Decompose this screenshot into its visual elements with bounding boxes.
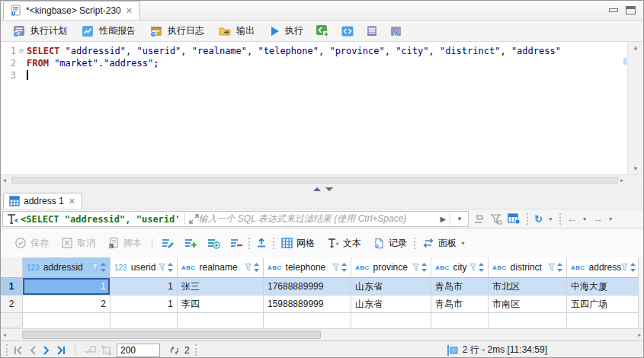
next-page-icon[interactable] (42, 346, 51, 355)
grid-header-telephone[interactable]: ABCtelephone (264, 257, 351, 278)
grid-header-userid[interactable]: 123userid (111, 257, 178, 278)
column-filter-sort-icons[interactable] (412, 263, 427, 272)
column-filter-sort-icons[interactable] (548, 263, 562, 272)
grid-cell-address-row1[interactable]: 中海大厦 (567, 278, 639, 296)
grid-cell-realname-row2[interactable]: 李四 (178, 296, 264, 313)
grid-header-distrinct[interactable]: ABCdistrinct (489, 257, 567, 278)
add-row-button[interactable] (179, 234, 202, 252)
empty-cell[interactable] (351, 313, 431, 328)
sql-line[interactable]: 1⊖SELECT "addressid", "userid", "realnam… (1, 45, 643, 57)
duplicate-row-button[interactable] (202, 234, 225, 252)
sash-collapse-up-icon[interactable] (313, 187, 321, 191)
panel-sash[interactable] (1, 185, 643, 193)
auto-refresh-icon[interactable] (169, 345, 180, 356)
close-editor-tab-icon[interactable]: ✕ (125, 6, 133, 16)
column-filter-sort-icons[interactable] (245, 263, 259, 272)
scroll-left-icon[interactable]: ◂ (3, 175, 6, 185)
delete-row-button[interactable] (225, 234, 248, 252)
grid-cell-city-row2[interactable]: 青岛市 (431, 296, 489, 313)
grid-corner-cell[interactable] (1, 257, 23, 278)
grid-cell-distrinct-row2[interactable]: 市南区 (489, 296, 567, 313)
grid-cell-province-row2[interactable]: 山东省 (351, 296, 431, 313)
grid-cell-addressid-row2[interactable]: 2 (23, 296, 111, 313)
grid-cell-distrinct-row1[interactable]: 市北区 (489, 278, 567, 296)
column-filter-sort-icons[interactable] (159, 263, 173, 272)
first-page-icon[interactable] (13, 346, 24, 355)
grid-cell-telephone-row2[interactable]: 15988889999 (264, 296, 351, 313)
empty-cell[interactable] (178, 313, 264, 328)
scroll-right-icon[interactable]: ▸ (620, 175, 623, 185)
sql-console-button[interactable] (335, 21, 360, 41)
row-header-1[interactable]: 1 (1, 278, 23, 296)
column-filter-sort-icons[interactable] (469, 263, 484, 272)
sql-editor[interactable]: 1⊖SELECT "addressid", "userid", "realnam… (1, 42, 643, 174)
refresh-icon[interactable]: ↻ (534, 213, 543, 225)
maximize-icon[interactable] (626, 6, 636, 14)
script-log-button[interactable] (360, 21, 384, 41)
empty-cell[interactable] (264, 313, 351, 328)
execute-button[interactable]: 执行 (261, 21, 310, 41)
performance-report-button[interactable]: 性能报告 (74, 21, 143, 41)
previous-dropdown-icon[interactable]: ▼ (582, 216, 588, 222)
grid-cell-address-row2[interactable]: 五四广场 (567, 296, 639, 313)
panels-dropdown-icon[interactable]: ▼ (460, 241, 466, 246)
grid-cell-addressid-row1[interactable]: 1 (23, 278, 111, 296)
editor-vertical-scrollbar[interactable]: ▲ ▼ (627, 42, 643, 174)
grid-vertical-scrollbar[interactable] (638, 257, 643, 328)
new-sql-editor-button[interactable] (310, 21, 335, 41)
empty-cell[interactable] (111, 313, 178, 328)
cancel-button[interactable]: 取消 (55, 234, 101, 252)
script-button[interactable]: 脚本 (101, 234, 148, 252)
sql-line[interactable]: 3 (1, 69, 643, 82)
minimize-icon[interactable] (609, 8, 618, 12)
result-grid[interactable]: 123addressid123useridABCrealnameABCtelep… (1, 257, 643, 328)
output-button[interactable]: 输出 (211, 21, 261, 41)
fold-collapse-icon[interactable]: ⊖ (16, 45, 27, 57)
grid-cell-userid-row2[interactable]: 1 (111, 296, 178, 313)
grid-cell-userid-row1[interactable]: 1 (111, 278, 178, 296)
fetch-size-input[interactable] (117, 344, 160, 357)
close-results-tab-icon[interactable]: ✕ (68, 197, 76, 206)
column-filter-sort-icons[interactable] (621, 263, 636, 272)
fetch-all-icon[interactable] (101, 345, 112, 356)
filters-menu-icon[interactable] (491, 214, 502, 225)
filter-input[interactable]: <SELECT "addressid", "userid' 输入一个 SQL 表… (2, 211, 469, 227)
clear-filter-icon[interactable] (473, 214, 485, 225)
results-tab[interactable]: address 1 ✕ (3, 193, 82, 209)
edit-script-button[interactable] (384, 21, 409, 41)
grid-header-province[interactable]: ABCprovince (351, 257, 431, 278)
grid-header-address[interactable]: ABCaddress (567, 257, 639, 278)
editor-horizontal-scrollbar[interactable]: ◂ ▸ (1, 174, 643, 185)
empty-cell[interactable] (567, 313, 639, 328)
grid-hscroll-thumb[interactable] (22, 331, 321, 339)
column-filter-sort-icons[interactable] (332, 263, 347, 272)
grid-header-city[interactable]: ABCcity (431, 257, 489, 278)
expand-filter-icon[interactable] (189, 214, 199, 224)
grid-view-button[interactable]: 网格 (275, 234, 321, 252)
save-button[interactable]: 保存 (8, 234, 55, 252)
row-header-2[interactable]: 2 (1, 296, 23, 313)
fetch-next-segment-icon[interactable] (84, 345, 96, 356)
grid-header-addressid[interactable]: 123addressid (23, 257, 111, 278)
refresh-dropdown-icon[interactable]: ▼ (548, 216, 553, 222)
last-page-icon[interactable] (56, 346, 66, 355)
record-view-button[interactable]: 记录 (367, 234, 413, 252)
empty-cell[interactable] (489, 313, 567, 328)
panels-button[interactable]: 面板 ▼ (416, 234, 472, 252)
grid-settings-icon[interactable] (508, 213, 521, 225)
next-result-icon[interactable]: → (593, 213, 603, 225)
grid-cell-telephone-row1[interactable]: 17688889999 (264, 278, 351, 296)
empty-cell[interactable] (431, 313, 489, 328)
execution-plan-button[interactable]: 执行计划 (5, 21, 74, 41)
column-filter-sort-icons[interactable] (91, 263, 106, 272)
previous-result-icon[interactable]: ← (567, 213, 577, 225)
sash-collapse-down-icon[interactable] (325, 187, 333, 191)
apply-filter-icon[interactable]: ▶ (440, 215, 446, 223)
scroll-up-icon[interactable]: ▲ (634, 44, 638, 51)
filter-history-dropdown-icon[interactable]: ▼ (457, 216, 463, 222)
grid-header-realname[interactable]: ABCrealname (178, 257, 264, 278)
grid-cell-realname-row1[interactable]: 张三 (178, 278, 264, 296)
editor-hscroll-thumb[interactable] (11, 177, 618, 184)
execution-log-button[interactable]: 执行日志 (143, 21, 211, 41)
edit-row-button[interactable] (156, 234, 179, 252)
